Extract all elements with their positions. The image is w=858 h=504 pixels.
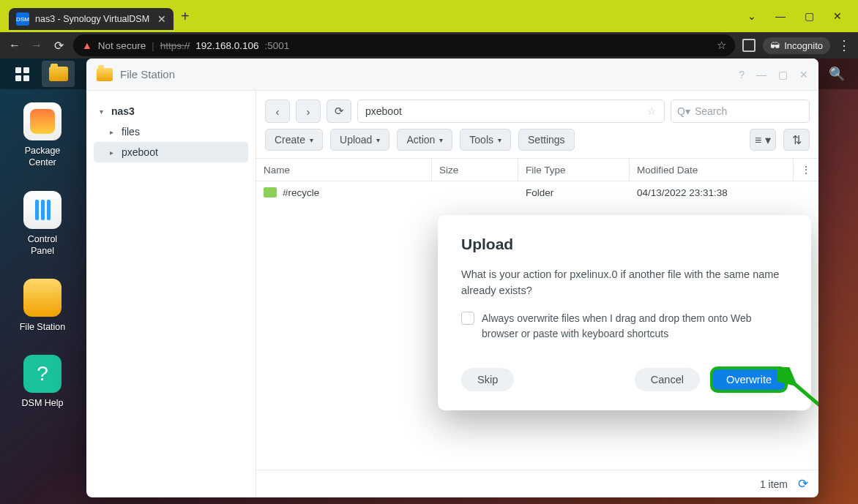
sort-button[interactable]: ⇅ <box>783 129 810 151</box>
tab-favicon: DSM <box>16 12 29 26</box>
window-title: File Station <box>120 68 175 80</box>
settings-button[interactable]: Settings <box>518 129 575 151</box>
col-name[interactable]: Name <box>256 159 432 181</box>
file-station-window: File Station ? — ▢ ✕ ▾nas3 ▸files ▸pxebo… <box>86 59 818 497</box>
kebab-menu-icon[interactable]: ⋮ <box>838 37 851 53</box>
col-type[interactable]: File Type <box>518 159 630 181</box>
dsm-desktop: 💬 👤 ▦ 🔍 Package Center Control Panel Fil… <box>0 59 858 504</box>
launcher-package-center[interactable]: Package Center <box>16 102 69 169</box>
search-input[interactable]: Q▾ Search <box>671 99 810 123</box>
not-secure-label: Not secure <box>98 40 146 51</box>
tree-item-files[interactable]: ▸files <box>94 121 248 142</box>
favorite-star-icon[interactable]: ☆ <box>647 105 657 117</box>
folder-icon <box>264 187 277 198</box>
desktop-launcher: Package Center Control Panel File Statio… <box>16 102 69 410</box>
tree-item-pxeboot[interactable]: ▸pxeboot <box>94 142 248 162</box>
url-port: :5001 <box>265 40 290 51</box>
launcher-control-panel[interactable]: Control Panel <box>16 191 69 257</box>
url-host: 192.168.0.106 <box>195 40 258 51</box>
status-bar: 1 item ⟳ <box>256 470 818 497</box>
col-more-icon[interactable]: ⋮ <box>794 159 818 181</box>
search-icon[interactable]: 🔍 <box>829 66 845 82</box>
nav-refresh-button[interactable]: ⟳ <box>327 99 351 123</box>
cancel-button[interactable]: Cancel <box>635 368 700 391</box>
reload-icon[interactable]: ⟳ <box>798 476 808 492</box>
launcher-dsm-help[interactable]: ? DSM Help <box>16 355 69 409</box>
forward-icon[interactable]: → <box>29 39 44 52</box>
close-window-icon[interactable]: ✕ <box>833 10 842 22</box>
close-icon[interactable]: ✕ <box>799 69 808 80</box>
maximize-icon[interactable]: ▢ <box>805 10 814 22</box>
incognito-icon: 🕶 <box>770 40 780 51</box>
extensions-icon[interactable] <box>742 39 756 52</box>
bookmark-star-icon[interactable]: ☆ <box>717 39 726 52</box>
reload-icon[interactable]: ⟳ <box>51 39 66 53</box>
window-titlebar[interactable]: File Station ? — ▢ ✕ <box>86 59 818 91</box>
always-overwrite-checkbox[interactable]: Always overwrite files when I drag and d… <box>461 311 788 342</box>
action-button[interactable]: Action▾ <box>397 129 452 151</box>
maximize-icon[interactable]: ▢ <box>778 69 788 80</box>
browser-addressbar: ← → ⟳ ▲ Not secure | https://192.168.0.1… <box>0 32 858 59</box>
minimize-icon[interactable]: — <box>756 69 766 80</box>
close-icon[interactable]: ✕ <box>157 13 166 25</box>
folder-tree: ▾nas3 ▸files ▸pxeboot <box>86 91 256 497</box>
view-list-button[interactable]: ≡ ▾ <box>750 129 776 151</box>
item-count: 1 item <box>760 478 788 490</box>
tree-root[interactable]: ▾nas3 <box>94 101 248 121</box>
new-tab-button[interactable]: + <box>181 8 190 25</box>
col-modified[interactable]: Modified Date <box>630 159 794 181</box>
search-icon: Q▾ <box>677 105 690 117</box>
incognito-badge[interactable]: 🕶 Incognito <box>763 37 830 54</box>
column-headers: Name Size File Type Modified Date ⋮ <box>256 158 818 181</box>
folder-icon <box>23 279 61 317</box>
browser-tab[interactable]: DSM nas3 - Synology VirtualDSM ✕ <box>9 8 174 30</box>
skip-button[interactable]: Skip <box>461 368 514 391</box>
minimize-icon[interactable]: — <box>775 10 786 22</box>
upload-button[interactable]: Upload▾ <box>330 129 389 151</box>
browser-titlebar: DSM nas3 - Synology VirtualDSM ✕ + ⌄ — ▢… <box>0 0 858 32</box>
url-protocol: https:// <box>160 40 190 51</box>
upload-dialog: Upload What is your action for pxelinux.… <box>438 215 811 410</box>
tab-title: nas3 - Synology VirtualDSM <box>35 14 153 24</box>
chevron-down-icon[interactable]: ⌄ <box>747 10 756 22</box>
help-icon[interactable]: ? <box>739 69 745 80</box>
omnibox[interactable]: ▲ Not secure | https://192.168.0.106:500… <box>73 34 735 56</box>
main-menu-button[interactable] <box>6 61 39 87</box>
nav-back-button[interactable]: ‹ <box>265 99 290 123</box>
window-controls: ⌄ — ▢ ✕ <box>747 10 852 22</box>
tools-button[interactable]: Tools▾ <box>460 129 511 151</box>
create-button[interactable]: Create▾ <box>265 129 323 151</box>
launcher-file-station[interactable]: File Station <box>16 279 69 333</box>
warning-icon: ▲ <box>82 40 92 51</box>
nav-forward-button[interactable]: › <box>296 99 321 123</box>
back-icon[interactable]: ← <box>7 39 22 52</box>
checkbox-icon[interactable] <box>461 312 474 325</box>
path-field[interactable]: pxeboot ☆ <box>357 99 665 123</box>
folder-icon <box>49 67 68 81</box>
search-placeholder: Search <box>695 105 727 117</box>
col-size[interactable]: Size <box>432 159 518 181</box>
dialog-title: Upload <box>461 236 788 253</box>
overwrite-button[interactable]: Overwrite <box>710 366 788 393</box>
folder-icon <box>97 68 113 81</box>
taskbar-file-station[interactable] <box>42 61 75 87</box>
dialog-message: What is your action for pxelinux.0 if an… <box>461 266 788 299</box>
table-row[interactable]: #recycle Folder 04/13/2022 23:31:38 <box>256 181 818 203</box>
